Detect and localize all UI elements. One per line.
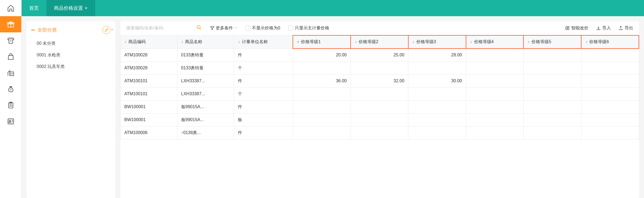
table-row[interactable]: ATM1000280133奥特曼个 [121, 62, 639, 74]
cell-p5[interactable] [523, 113, 581, 126]
cell-code: ATM100101 [121, 74, 177, 87]
cell-p2[interactable]: 25.00 [351, 49, 408, 62]
cell-p6[interactable] [581, 62, 639, 74]
category-item[interactable]: 00 未分类 [37, 38, 115, 49]
col-header-price5[interactable]: ▲▼价格等级5 [523, 35, 581, 49]
nav-shirt[interactable]: $ [0, 32, 21, 49]
cell-p3[interactable]: 28.00 [408, 49, 466, 62]
cell-p6[interactable] [581, 126, 639, 139]
col-header-price6[interactable]: ▲▼价格等级6 [581, 35, 639, 49]
cell-p2[interactable] [351, 113, 408, 126]
cell-p4[interactable] [466, 113, 524, 126]
col-header-code[interactable]: ▲▼商品编码 [121, 35, 177, 49]
cell-code: ATM100028 [121, 62, 177, 74]
close-icon[interactable]: × [85, 5, 88, 11]
cell-p5[interactable] [523, 49, 581, 62]
cell-p5[interactable] [523, 126, 581, 139]
cell-p2[interactable]: 32.00 [351, 74, 408, 87]
cell-p5[interactable] [523, 100, 581, 113]
nav-contacts[interactable] [0, 113, 21, 129]
cell-p5[interactable] [523, 87, 581, 100]
cell-p2[interactable] [351, 126, 408, 139]
import-button[interactable]: 导入 [596, 25, 611, 31]
more-conditions-label: 更多条件 [216, 25, 233, 31]
export-button[interactable]: 导出 [618, 25, 633, 31]
cell-p6[interactable] [581, 49, 639, 62]
cell-p1[interactable] [293, 87, 351, 100]
cell-p3[interactable] [408, 126, 466, 139]
tab-price-settings[interactable]: 商品价格设置 × [46, 0, 95, 16]
col-header-unit[interactable]: ▲▼计量单位名称 [234, 35, 293, 49]
cell-p5[interactable] [523, 62, 581, 74]
table-row[interactable]: ATM100101LXH33387...件36.0032.0030.00 [121, 74, 639, 87]
col-header-price1[interactable]: ▲▼价格等级1 [293, 35, 351, 49]
col-header-price4[interactable]: ▲▼价格等级4 [466, 35, 524, 49]
cell-p6[interactable] [581, 100, 639, 113]
table-row[interactable]: ATM100101LXH33387...个 [121, 87, 639, 100]
nav-money-bag[interactable]: ¥ [0, 81, 21, 97]
category-title[interactable]: 全部分类 [37, 27, 100, 33]
category-item[interactable]: 0002 玩具车类 [37, 61, 115, 73]
cell-p1[interactable] [293, 62, 351, 74]
cell-unit: 件 [234, 49, 293, 62]
cell-p1[interactable]: 20.00 [293, 49, 351, 62]
cell-p3[interactable]: 30.00 [408, 74, 466, 87]
cell-p2[interactable] [351, 62, 408, 74]
cell-p3[interactable] [408, 100, 466, 113]
sort-icon: ▲▼ [124, 41, 127, 43]
price-table: ▲▼商品编码 ▲▼商品名称 ▲▼计量单位名称 ▲▼价格等级1 ▲▼价格等级2 ▲… [120, 35, 639, 139]
more-conditions-button[interactable]: 更多条件 ﹀ [210, 25, 237, 31]
edit-category-button[interactable] [102, 26, 111, 34]
cell-p6[interactable] [581, 74, 639, 87]
nav-bag[interactable] [0, 49, 21, 65]
search-button[interactable] [196, 25, 202, 31]
cell-p3[interactable] [408, 87, 466, 100]
search-input[interactable] [126, 26, 196, 30]
table-area: 更多条件 ﹀ 不显示价格为0 只显示主计量价格 智能改价 [120, 21, 639, 198]
table-row[interactable]: ATM100006↑0138奥...件 [121, 126, 639, 139]
collapse-panel-button[interactable]: « [111, 27, 116, 32]
sort-icon: ▲▼ [527, 41, 530, 43]
cell-p6[interactable] [581, 87, 639, 100]
nav-building[interactable] [0, 65, 21, 81]
cell-p1[interactable] [293, 126, 351, 139]
nav-home[interactable] [0, 0, 21, 16]
building-icon [7, 69, 15, 77]
nav-gift[interactable] [0, 16, 21, 32]
table-row[interactable]: BW100001板99015A...板 [121, 113, 639, 126]
table-row[interactable]: BW100001板99015A...件 [121, 100, 639, 113]
sort-icon: ▲▼ [181, 41, 184, 43]
nav-clipboard[interactable] [0, 97, 21, 113]
col-header-price2[interactable]: ▲▼价格等级2 [351, 35, 408, 49]
cell-p4[interactable] [466, 74, 524, 87]
shirt-icon: $ [7, 37, 15, 44]
cell-p4[interactable] [466, 49, 524, 62]
cell-unit: 个 [234, 62, 293, 74]
cell-p1[interactable] [293, 100, 351, 113]
cell-unit: 板 [234, 113, 293, 126]
cell-p2[interactable] [351, 100, 408, 113]
col-header-price3[interactable]: ▲▼价格等级3 [408, 35, 466, 49]
cell-p4[interactable] [466, 126, 524, 139]
table-row[interactable]: ATM1000280133奥特曼件20.0025.0028.00 [121, 49, 639, 62]
cell-p4[interactable] [466, 87, 524, 100]
checkbox-icon [288, 26, 293, 30]
cell-p3[interactable] [408, 62, 466, 74]
toolbar: 更多条件 ﹀ 不显示价格为0 只显示主计量价格 智能改价 [120, 21, 639, 35]
smart-change-button[interactable]: 智能改价 [565, 25, 588, 31]
category-item[interactable]: 0001 水枪类 [37, 49, 115, 61]
main-unit-checkbox[interactable]: 只显示主计量价格 [288, 25, 329, 31]
cell-p4[interactable] [466, 100, 524, 113]
cell-p2[interactable] [351, 87, 408, 100]
cell-p1[interactable] [293, 113, 351, 126]
cell-p4[interactable] [466, 62, 524, 74]
search-icon [196, 25, 202, 30]
cell-p5[interactable] [523, 74, 581, 87]
cell-p6[interactable] [581, 113, 639, 126]
cell-p1[interactable]: 36.00 [293, 74, 351, 87]
cell-p3[interactable] [408, 113, 466, 126]
tab-home[interactable]: 首页 [22, 0, 46, 16]
hide-zero-checkbox[interactable]: 不显示价格为0 [245, 25, 280, 31]
col-header-name[interactable]: ▲▼商品名称 [177, 35, 234, 49]
table-header-row: ▲▼商品编码 ▲▼商品名称 ▲▼计量单位名称 ▲▼价格等级1 ▲▼价格等级2 ▲… [121, 35, 639, 49]
